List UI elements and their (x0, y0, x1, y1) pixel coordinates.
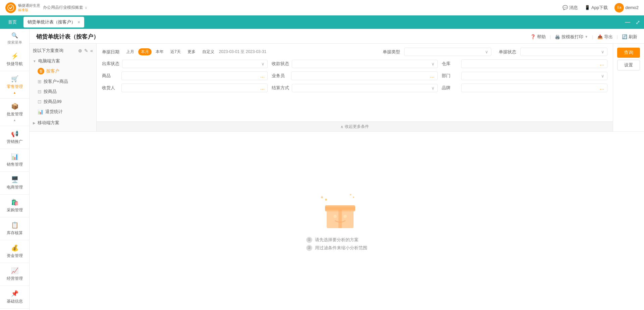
breadcrumb-chevron-icon[interactable]: ∨ (85, 5, 88, 10)
sidebar-item-system[interactable]: ⚙️ 系统管理 (0, 309, 29, 310)
receiver-select[interactable]: … (121, 84, 268, 92)
maximize-icon[interactable]: ⤢ (634, 18, 641, 27)
expand-icon: ▲ (13, 118, 16, 122)
sidebar-item-sales[interactable]: 📊 销售管理 (0, 149, 29, 172)
filter-row-2: 出库状态 ∨ 收款状态 ∨ (102, 59, 607, 68)
sidebar-item-wholesale[interactable]: 📦 批发管理 ▲ (0, 99, 29, 126)
payment-dropdown[interactable]: ∨ (292, 60, 437, 68)
export-button[interactable]: 📤 导出 (597, 34, 613, 40)
department-col: 部门 ∨ (442, 72, 607, 80)
top-header: 畅捷通好生意 标准版 办公用品行业模拟账套 ∨ 💬 消息 📱 App下载 Ea … (0, 0, 644, 15)
salesperson-dots[interactable]: … (430, 73, 435, 79)
filter-row-1: 单据日期 上月 本月 本年 近7天 更多 自定义 2023-03-01 至 20… (102, 48, 607, 56)
scheme-item-by-goods[interactable]: ⊟ 按商品 (30, 87, 96, 97)
marketing-icon: 📢 (11, 130, 18, 138)
goods-dots[interactable]: … (260, 73, 265, 79)
department-dropdown[interactable]: ∨ (461, 72, 607, 80)
scheme-grid-icon: ⊞ (38, 79, 42, 84)
sidebar-item-purchase[interactable]: 🛍️ 采购管理 (0, 195, 29, 217)
user-profile[interactable]: Ea demo2 (614, 3, 639, 12)
operation-icon: 📈 (11, 267, 18, 274)
message-button[interactable]: 💬 消息 (562, 5, 578, 11)
receiver-label: 收货人 (102, 85, 119, 91)
scheme-edit-button[interactable]: ✎ (84, 48, 88, 53)
date-control: 上月 本月 本年 近7天 更多 自定义 2023-03-01 至 2023-03… (123, 48, 372, 55)
sidebar-item-retail[interactable]: 🛒 零售管理 ▲ (0, 71, 29, 99)
payment-arrow-icon: ∨ (431, 61, 435, 66)
date-this-month-btn[interactable]: 本月 (138, 48, 152, 55)
date-last7-btn[interactable]: 近7天 (168, 48, 183, 55)
app-download-button[interactable]: 📱 App下载 (585, 5, 608, 11)
settings-button[interactable]: 设置 (617, 60, 640, 70)
minimize-icon[interactable]: — (624, 18, 632, 27)
scheme-item-by-customer[interactable]: 客 按客户 (30, 66, 96, 76)
scheme-add-button[interactable]: ⊕ (78, 48, 82, 53)
shipment-col: 出库状态 ∨ (102, 60, 268, 68)
scheme-item-by-customer-goods[interactable]: ⊞ 按客户+商品 (30, 76, 96, 87)
settlement-col: 结算方式 ∨ (272, 84, 437, 92)
sidebar-item-basic[interactable]: 📌 基础信息 (0, 286, 29, 309)
svg-point-8 (343, 215, 347, 218)
shipment-dropdown[interactable]: ∨ (122, 60, 268, 68)
date-this-year-btn[interactable]: 本年 (153, 48, 166, 55)
sidebar: 🔍 搜索菜单 ⚡ 快捷导航 🛒 零售管理 ▲ 📦 批发管理 ▲ 📢 营销推广 📊… (0, 29, 30, 310)
sidebar-item-operation[interactable]: 📈 经营管理 (0, 263, 29, 286)
hint-2: ② 用过滤条件来缩小分析范围 (306, 245, 367, 251)
sidebar-item-marketing[interactable]: 📢 营销推广 (0, 126, 29, 149)
refresh-button[interactable]: 🔄 刷新 (622, 34, 637, 40)
breadcrumb[interactable]: 办公用品行业模拟账套 ∨ (43, 5, 88, 10)
template-print-button[interactable]: 🖨️ 按模板打印 ▼ (555, 34, 588, 40)
sidebar-search-item[interactable]: 🔍 搜索菜单 (0, 29, 29, 48)
payment-label: 收款状态 (272, 61, 289, 67)
hint-1: ① 请先选择要分析的方案 (306, 237, 367, 243)
scheme-collapse-button[interactable]: « (90, 48, 93, 53)
content-area: 销货单统计表（按客户） ❓ 帮助 | 🖨️ 按模板打印 ▼ | 📤 导出 | (30, 29, 644, 310)
date-range-text: 2023-03-01 至 2023-03-31 (219, 49, 266, 55)
date-more-btn[interactable]: 更多 (185, 48, 198, 55)
empty-box-svg (320, 191, 360, 231)
warehouse-dots[interactable]: … (600, 61, 604, 66)
sidebar-item-ecommerce[interactable]: 🖥️ 电商管理 (0, 172, 29, 195)
sidebar-item-inventory[interactable]: 📋 库存核算 (0, 217, 29, 240)
tab-home[interactable]: 首页 (3, 17, 22, 28)
svg-rect-3 (338, 210, 342, 228)
tab-sales-stats[interactable]: 销货单统计表（按客户） × (23, 17, 84, 28)
scheme-item-by-goods99[interactable]: ⊡ 按商品99 (30, 97, 96, 107)
purchase-icon: 🛍️ (11, 199, 18, 206)
receiver-dots[interactable]: … (260, 85, 265, 91)
scheme-item-return-stats[interactable]: 📊 退货统计 (30, 107, 96, 117)
sidebar-item-quick-nav[interactable]: ⚡ 快捷导航 (0, 48, 29, 71)
scheme-group-header-mobile[interactable]: ▶ 移动端方案 (30, 118, 96, 127)
date-custom-btn[interactable]: 自定义 (200, 48, 217, 55)
brand-dots[interactable]: … (600, 85, 604, 91)
sidebar-item-finance[interactable]: 💰 资金管理 (0, 240, 29, 263)
scheme-panel: 按以下方案查询 ⊕ ✎ « ▼ 电脑端方案 客 按客户 (30, 44, 97, 132)
salesperson-select[interactable]: … (291, 71, 437, 80)
svg-point-0 (8, 5, 14, 11)
expand-icon: ▲ (13, 91, 16, 94)
scheme-grid2-icon: ⊟ (38, 89, 42, 94)
header-left: 畅捷通好生意 标准版 办公用品行业模拟账套 ∨ (5, 2, 88, 13)
warehouse-col: 仓库 … (442, 59, 607, 68)
collapse-button[interactable]: ∧ 收起更多条件 (97, 121, 613, 132)
order-type-label: 单据类型 (383, 49, 400, 55)
warehouse-select[interactable]: … (461, 59, 607, 68)
settlement-dropdown[interactable]: ∨ (292, 84, 437, 92)
order-status-dropdown[interactable]: ∨ (520, 48, 607, 56)
settlement-arrow-icon: ∨ (431, 86, 435, 91)
empty-illustration: ✦ ✦ (317, 191, 357, 231)
scheme-group-header-desktop[interactable]: ▼ 电脑端方案 (30, 56, 96, 66)
brand-select[interactable]: … (461, 84, 607, 92)
goods-select[interactable]: … (121, 71, 268, 80)
query-button[interactable]: 查询 (617, 48, 640, 58)
order-type-dropdown[interactable]: ∨ (404, 48, 491, 56)
help-button[interactable]: ❓ 帮助 (530, 34, 546, 40)
scheme-group-mobile: ▶ 移动端方案 (30, 118, 96, 127)
date-last-month-btn[interactable]: 上月 (123, 48, 137, 55)
scheme-active-icon: 客 (38, 68, 44, 74)
collapse-chevron-icon: ∧ (340, 124, 343, 129)
inventory-icon: 📋 (11, 221, 18, 229)
filter-row-3: 商品 … 业务员 … (102, 71, 607, 80)
tab-close-button[interactable]: × (77, 19, 80, 25)
logo-text: 畅捷通好生意 标准版 (18, 3, 40, 12)
